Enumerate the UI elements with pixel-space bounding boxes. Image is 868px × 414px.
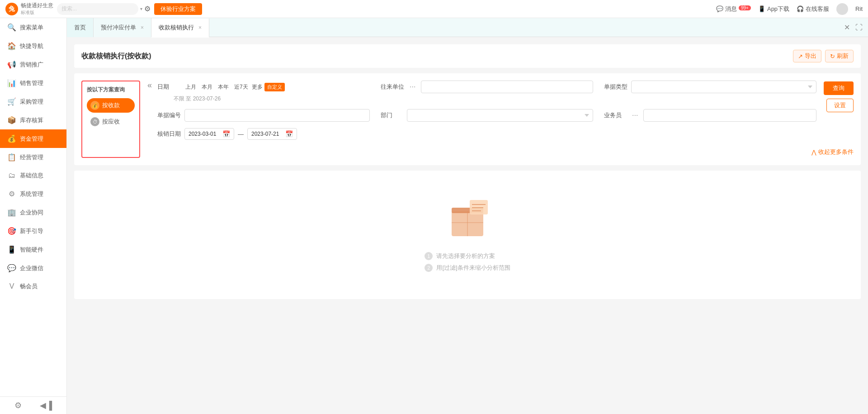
- tab-prepay-offset[interactable]: 预付冲应付单 ×: [94, 18, 151, 37]
- filter-main: 日期 上月 本月 本年 近7天 更多 自定义: [157, 81, 854, 158]
- sidebar-item-sales[interactable]: 📊 销售管理: [0, 74, 66, 92]
- sidebar-item-basic-info[interactable]: 🗂 基础信息: [0, 167, 66, 185]
- sidebar-label: 新手引导: [20, 227, 43, 235]
- inventory-icon: 📦: [7, 116, 16, 124]
- filter-option-by-receipt[interactable]: 💰 按收款: [87, 98, 135, 113]
- counterpart-input[interactable]: [421, 81, 593, 93]
- date-shortcut-last-month[interactable]: 上月: [184, 82, 198, 92]
- sidebar-item-purchase[interactable]: 🛒 采购管理: [0, 92, 66, 111]
- empty-hint-2: 2 用[过滤]条件来缩小分析范围: [425, 264, 510, 272]
- sidebar-item-guide[interactable]: 🎯 新手引导: [0, 222, 66, 240]
- doctype-label: 单据类型: [604, 83, 627, 91]
- tab-prepay-close[interactable]: ×: [141, 24, 144, 31]
- sidebar-label: 企业微信: [20, 264, 43, 272]
- sidebar-item-inventory[interactable]: 📦 库存核算: [0, 111, 66, 129]
- export-button[interactable]: ↗ 导出: [793, 50, 821, 62]
- sidebar-item-member[interactable]: V 畅会员: [0, 277, 66, 295]
- verify-date-end-input[interactable]: 2023-07-21 📅: [247, 128, 297, 140]
- close-tab-icon[interactable]: ✕: [842, 21, 852, 33]
- date-separator: —: [238, 131, 244, 138]
- brand: 兔 畅捷通好生意 标准版: [5, 2, 53, 16]
- dept-label: 部门: [381, 111, 403, 119]
- date-shortcut-more[interactable]: 更多: [252, 83, 263, 91]
- collapse-filter-icon[interactable]: «: [147, 81, 152, 158]
- gear-icon[interactable]: ⚙: [144, 5, 151, 13]
- sidebar-item-enterprise[interactable]: 🏢 企业协同: [0, 203, 66, 222]
- filter-field-docno: 单据编号: [157, 109, 370, 122]
- docno-input[interactable]: [184, 109, 370, 122]
- sidebar-label: 基础信息: [20, 171, 43, 180]
- empty-hint-1: 1 请先选择要分析的方案: [425, 252, 510, 260]
- date-shortcut-this-month[interactable]: 本月: [200, 82, 214, 92]
- brand-info: 畅捷通好生意 标准版: [21, 2, 53, 16]
- online-service-btn[interactable]: 🎧 在线客服: [797, 5, 829, 13]
- tabbar-actions: ✕ ⛶: [842, 21, 868, 33]
- staff-input[interactable]: [643, 109, 816, 122]
- sidebar-label: 采购管理: [20, 98, 43, 106]
- collapse-more-btn[interactable]: ⋀ 收起更多条件: [157, 146, 854, 158]
- filter-row-docno: 单据编号 部门 业务员 ···: [157, 109, 816, 122]
- staff-label: 业务员: [604, 111, 627, 119]
- basic-info-icon: 🗂: [7, 171, 16, 180]
- refresh-button[interactable]: ↻ 刷新: [825, 50, 854, 62]
- doctype-select[interactable]: [631, 81, 816, 93]
- tab-collect-offset[interactable]: 收款核销执行 ×: [151, 19, 209, 38]
- message-btn[interactable]: 💬 消息 99+: [716, 5, 751, 13]
- sidebar-label: 库存核算: [20, 116, 43, 124]
- topbar-right: 💬 消息 99+ 📱 App下载 🎧 在线客服 Rit: [716, 3, 863, 15]
- refresh-label: 刷新: [837, 52, 849, 60]
- page-title: 收款核销执行(按收款): [81, 52, 151, 61]
- settings-button[interactable]: 设置: [826, 99, 854, 112]
- sidebar-item-operations[interactable]: 📋 经营管理: [0, 148, 66, 167]
- collapse-sidebar-icon[interactable]: ◀▐: [40, 400, 52, 410]
- counterpart-dots: ···: [408, 83, 417, 91]
- date-shortcut-7days[interactable]: 近7天: [232, 82, 250, 92]
- sidebar-item-wechat[interactable]: 💬 企业微信: [0, 259, 66, 277]
- query-button[interactable]: 查询: [824, 81, 854, 95]
- sidebar: 🔍 搜索菜单 🏠 快捷导航 📢 营销推广 📊 销售管理 🛒 采购管理 📦 库存核…: [0, 18, 67, 414]
- sidebar-item-system[interactable]: ⚙ 系统管理: [0, 185, 66, 203]
- date-shortcut-this-year[interactable]: 本年: [216, 82, 231, 92]
- filter-field-staff: 业务员 ···: [604, 109, 816, 122]
- verify-date-start-value: 2023-03-01: [189, 131, 216, 137]
- dept-select[interactable]: [407, 109, 593, 122]
- expand-tab-icon[interactable]: ⛶: [854, 22, 864, 33]
- sidebar-label: 经营管理: [20, 153, 43, 162]
- filter-option-label: 按应收: [102, 118, 120, 126]
- tab-home[interactable]: 首页: [67, 18, 94, 37]
- avatar: [836, 3, 848, 15]
- empty-illustration: [445, 198, 490, 243]
- topbar: 兔 畅捷通好生意 标准版 搜索... ▾ ⚙ 休验行业方案 💬 消息 99+ 📱…: [0, 0, 868, 18]
- empty-hint-2-text: 用[过滤]条件来缩小分析范围: [436, 264, 510, 272]
- sidebar-item-quick-nav[interactable]: 🏠 快捷导航: [0, 37, 66, 55]
- sidebar-label: 资金管理: [20, 135, 43, 143]
- sidebar-item-finance[interactable]: 💰 资金管理: [0, 129, 66, 148]
- finance-icon: 💰: [7, 134, 16, 143]
- search-input[interactable]: 搜索...: [57, 3, 138, 15]
- purchase-icon: 🛒: [7, 97, 16, 106]
- verify-date-start-input[interactable]: 2023-03-01 📅: [184, 128, 234, 140]
- empty-hint-1-text: 请先选择要分析的方案: [436, 252, 495, 260]
- filter-field-dept: 部门: [381, 109, 593, 122]
- filter-option-by-receivable[interactable]: ⏱ 按应收: [87, 114, 135, 129]
- sidebar-item-smart-hw[interactable]: 📱 智能硬件: [0, 240, 66, 259]
- date-label: 日期: [157, 83, 180, 91]
- sidebar-item-marketing[interactable]: 📢 营销推广: [0, 55, 66, 74]
- staff-dots: ···: [630, 111, 640, 119]
- settings-bottom-icon[interactable]: ⚙: [14, 400, 22, 410]
- receipt-icon: 💰: [90, 101, 99, 110]
- industry-btn[interactable]: 休验行业方案: [154, 3, 202, 15]
- tab-collect-close[interactable]: ×: [198, 24, 202, 31]
- sidebar-label: 系统管理: [20, 190, 43, 198]
- topbar-left: 兔 畅捷通好生意 标准版 搜索... ▾ ⚙ 休验行业方案: [5, 2, 202, 16]
- svg-rect-4: [470, 200, 488, 214]
- sidebar-item-search-menu[interactable]: 🔍 搜索菜单: [0, 18, 66, 37]
- app-download-btn[interactable]: 📱 App下载: [758, 5, 789, 13]
- sidebar-label: 智能硬件: [20, 246, 43, 254]
- filter-sidebar-title: 按以下方案查询: [87, 86, 135, 94]
- filter-actions: 查询 设置: [824, 81, 854, 112]
- counterpart-label: 往来单位: [381, 83, 404, 91]
- filter-row-date: 日期 上月 本月 本年 近7天 更多 自定义: [157, 81, 816, 93]
- sidebar-label: 搜索菜单: [20, 24, 43, 32]
- date-shortcut-custom[interactable]: 自定义: [264, 83, 285, 91]
